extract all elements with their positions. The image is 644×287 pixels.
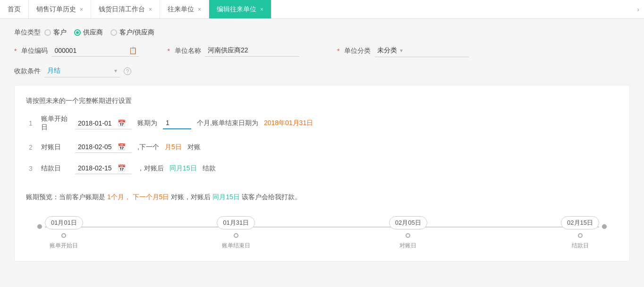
date-field-1[interactable] — [75, 118, 118, 129]
tab-label: 销售订单历史 — [36, 5, 76, 14]
required-star: * — [14, 47, 17, 55]
timeline-nodes: 01月01日 账单开始日 01月31日 账单结束日 02月05日 对账日 — [35, 216, 609, 250]
arrow-right-icon: › — [637, 6, 639, 13]
unit-type-row: 单位类型 客户 供应商 客户/供应商 — [14, 28, 630, 37]
unit-info-row: * 单位编码 📋 * 单位名称 * 单位分类 未分类 ▾ — [14, 44, 630, 57]
required-star: * — [337, 47, 339, 55]
radio-supplier[interactable]: 供应商 — [74, 28, 103, 37]
tab-bar: 首页 销售订单历史 × 钱货日清工作台 × 往来单位 × 编辑往来单位 × › — [0, 0, 644, 19]
node-badge-3: 02月05日 — [389, 216, 427, 229]
node-badge-1: 01月01日 — [45, 216, 83, 229]
settle-highlight: 同月15日 — [169, 164, 197, 173]
unit-type-radio-group: 客户 供应商 客户/供应商 — [44, 28, 154, 37]
radio-customer-label: 客户 — [53, 28, 67, 37]
node-badge-2: 01月31日 — [217, 216, 255, 229]
timeline-node-2: 01月31日 账单结束日 — [217, 216, 255, 250]
period-months-input[interactable] — [163, 117, 186, 128]
date-field-3[interactable] — [75, 162, 118, 174]
node-label-1: 账单开始日 — [50, 242, 78, 250]
preview-1month: 1个月， — [107, 193, 131, 201]
unit-code-input-wrap: 📋 — [51, 45, 139, 57]
required-star: * — [167, 47, 169, 55]
calendar-icon-1[interactable]: 📅 — [118, 119, 126, 127]
node-label-3: 对账日 — [399, 242, 416, 250]
timeline-node-3: 02月05日 对账日 — [389, 216, 427, 250]
reconcile-suffix: 对账 — [187, 143, 201, 152]
main-content: 单位类型 客户 供应商 客户/供应商 * 单位编码 — [0, 19, 644, 287]
payment-row: 收款条件 月结 ▾ ? — [14, 65, 630, 77]
date-field-2[interactable] — [75, 141, 118, 152]
date-input-2: 📅 — [75, 141, 132, 153]
settle-prefix: ，对账后 — [137, 164, 164, 173]
tab-close-icon[interactable]: × — [198, 6, 201, 13]
unit-classify-value: 未分类 — [377, 46, 397, 55]
unit-type-field: 单位类型 客户 供应商 客户/供应商 — [14, 28, 154, 37]
chevron-down-icon: ▾ — [114, 68, 117, 74]
settle-suffix: 结款 — [203, 164, 216, 173]
period-end-date: 2018年01月31日 — [264, 119, 313, 127]
unit-name-input[interactable] — [205, 45, 299, 57]
period-label-2: 对账日 — [41, 143, 69, 152]
unit-type-label: 单位类型 — [14, 28, 41, 37]
reconcile-highlight: 月5日 — [165, 143, 182, 152]
unit-classify-field: * 单位分类 未分类 ▾ — [337, 44, 469, 57]
tab-home[interactable]: 首页 — [0, 0, 29, 18]
radio-customer[interactable]: 客户 — [44, 28, 67, 37]
node-dot-4 — [578, 233, 583, 238]
tab-label: 钱货日清工作台 — [99, 5, 145, 14]
node-dot-2 — [234, 233, 238, 238]
unit-name-field: * 单位名称 — [167, 45, 299, 57]
node-label-2: 账单结束日 — [222, 242, 250, 250]
radio-both[interactable]: 客户/供应商 — [110, 28, 154, 37]
date-input-3: 📅 — [75, 162, 132, 174]
timeline-container: 01月01日 账单开始日 01月31日 账单结束日 02月05日 对账日 — [26, 216, 618, 250]
help-icon[interactable]: ? — [124, 68, 131, 75]
payment-field: 收款条件 月结 ▾ ? — [14, 65, 131, 77]
period-input-wrap — [163, 117, 191, 129]
preview-middle: 对账，对账后 — [171, 193, 211, 201]
tab-label: 编辑往来单位 — [217, 5, 256, 14]
timeline-node-4: 02月15日 结款日 — [561, 216, 599, 250]
calendar-icon-3[interactable]: 📅 — [118, 164, 126, 172]
preview-label: 账期预览：当前客户账期是 1个月， 下一个月5日 对账，对账后 同月15日 该客… — [26, 193, 301, 201]
chevron-down-icon: ▾ — [400, 47, 403, 54]
tab-close-icon[interactable]: × — [149, 6, 152, 13]
tab-close-icon[interactable]: × — [80, 6, 83, 13]
unit-code-label: 单位编码 — [21, 47, 48, 55]
tab-scroll-arrow[interactable]: › — [632, 0, 644, 18]
preview-next5: 下一个月5日 — [133, 193, 169, 201]
node-label-4: 结款日 — [572, 242, 589, 250]
node-dot-1 — [61, 233, 66, 238]
period-text-1: 账期为 — [137, 119, 157, 127]
tab-partner-unit[interactable]: 往来单位 × — [160, 0, 209, 18]
period-row-1: 1 账单开始日 📅 账期为 个月,账单结束日期为 2018年01月31日 — [26, 115, 618, 132]
node-dot-3 — [406, 233, 410, 238]
unit-name-label: 单位名称 — [175, 47, 201, 55]
radio-supplier-label: 供应商 — [83, 28, 103, 37]
period-label-3: 结款日 — [41, 164, 69, 173]
copy-icon[interactable]: 📋 — [127, 47, 139, 54]
payment-select[interactable]: 月结 ▾ — [44, 65, 120, 77]
period-row-2: 2 对账日 📅 ,下一个 月5日 对账 — [26, 141, 618, 153]
radio-both-label: 客户/供应商 — [119, 28, 154, 37]
preview-prefix: 账期预览：当前客户账期是 — [26, 193, 105, 201]
period-label-1: 账单开始日 — [41, 115, 69, 132]
node-badge-4: 02月15日 — [561, 216, 599, 229]
unit-classify-select[interactable]: 未分类 ▾ — [374, 44, 469, 57]
tab-edit-partner[interactable]: 编辑往来单位 × — [209, 0, 271, 18]
row-num-2: 2 — [26, 144, 35, 151]
card-title: 请按照未来的一个完整帐期进行设置 — [26, 97, 618, 105]
tab-label: 往来单位 — [168, 5, 194, 14]
row-num-3: 3 — [26, 165, 35, 172]
tab-sales-order-history[interactable]: 销售订单历史 × — [29, 0, 91, 18]
tab-close-icon[interactable]: × — [260, 6, 263, 13]
payment-label: 收款条件 — [14, 67, 41, 76]
tab-cash-work[interactable]: 钱货日清工作台 × — [91, 0, 160, 18]
unit-code-input[interactable] — [51, 45, 127, 56]
radio-circle-supplier — [74, 29, 81, 36]
unit-classify-label: 单位分类 — [344, 47, 371, 55]
preview-section: 账期预览：当前客户账期是 1个月， 下一个月5日 对账，对账后 同月15日 该客… — [26, 184, 618, 203]
calendar-icon-2[interactable]: 📅 — [118, 143, 126, 151]
date-input-1: 📅 — [75, 118, 132, 129]
preview-same15: 同月15日 — [212, 193, 240, 201]
